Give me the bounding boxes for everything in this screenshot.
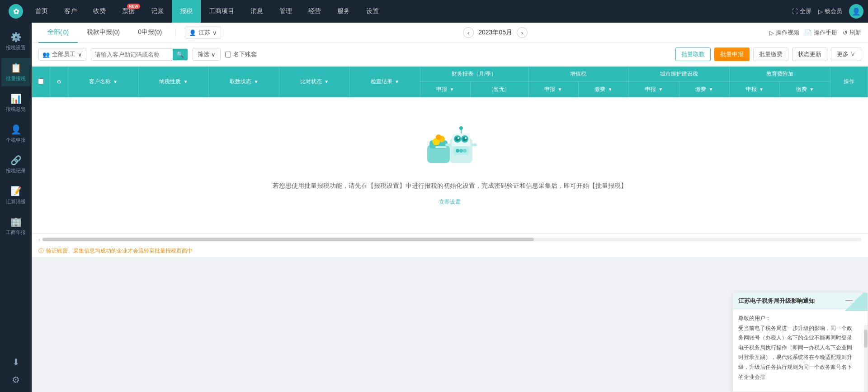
month-display: 2023年05月 <box>478 29 512 37</box>
tabs-bar: 全部(0) 税款申报(0) 0申报(0) 👤 江苏 ∨ ‹ 2023年05月 › <box>32 23 868 43</box>
search-input[interactable] <box>91 49 173 60</box>
th-financial-report: 财务报表（月/季） <box>420 67 528 82</box>
horizontal-scrollbar[interactable] <box>42 238 861 241</box>
nav-operate[interactable]: 经营 <box>300 0 329 23</box>
nav-invoice[interactable]: 票据 NEW <box>114 0 143 23</box>
region-selector[interactable]: 👤 江苏 ∨ <box>185 27 221 38</box>
th-vat-declare: 申报 ▼ <box>528 82 578 97</box>
chevron-down-icon: ∨ <box>211 51 216 58</box>
svg-rect-16 <box>445 143 451 146</box>
sidebar-item-annual-settle[interactable]: 📝 汇算清缴 <box>1 181 31 210</box>
th-financial-declare: 申报 ▼ <box>420 82 470 97</box>
sort-icon[interactable]: ▼ <box>658 87 663 92</box>
more-btn[interactable]: 更多 ∨ <box>831 48 861 61</box>
refresh-link[interactable]: ↺ 刷新 <box>843 29 861 37</box>
nav-customer[interactable]: 客户 <box>56 0 85 23</box>
toolbar: 👥 全部员工 ∨ 🔍 筛选 ∨ 名下账套 批量取数 批量申报 批量缴费 状态更新 <box>32 43 868 66</box>
th-edu-declare: 申报 ▼ <box>730 82 780 97</box>
empty-state-row: 若您想使用批量报税功能，请先在【报税设置】中进行报税的初始化设置，完成密码验证和… <box>32 97 868 234</box>
scroll-bar-area: ‹ <box>32 233 868 245</box>
sidebar-item-batch-tax[interactable]: 📋 批量报税 <box>1 58 31 86</box>
tax-settings-icon: ⚙️ <box>10 32 22 43</box>
month-navigation: ‹ 2023年05月 › <box>221 27 769 38</box>
member-btn[interactable]: ▷ 畅会员 <box>818 7 842 15</box>
th-settings: ⚙ <box>50 67 68 97</box>
nav-service[interactable]: 服务 <box>329 0 358 23</box>
data-table: ⚙ 客户名称 ▼ 纳税性质 ▼ 取数状态 <box>32 66 868 233</box>
nav-fee[interactable]: 收费 <box>85 0 114 23</box>
sort-icon[interactable]: ▼ <box>254 79 259 84</box>
fullscreen-btn[interactable]: ⛶ 全屏 <box>792 7 811 15</box>
chevron-down-icon: ∨ <box>212 29 217 36</box>
user-avatar[interactable]: 👤 <box>849 4 863 19</box>
sidebar-item-tax-settings[interactable]: ⚙️ 报税设置 <box>1 27 31 56</box>
region-icon: 👤 <box>189 29 196 36</box>
tax-overview-icon: 📊 <box>10 93 22 104</box>
svg-point-20 <box>459 149 463 153</box>
notification-content: 尊敬的用户： 受当前电子税务局进一步升级的影响，同一个政务网账号（办税人）名下的… <box>738 314 862 382</box>
sort-icon[interactable]: ▼ <box>608 87 613 92</box>
sort-icon[interactable]: ▼ <box>709 87 713 92</box>
settings-icon[interactable]: ⚙ <box>57 79 61 85</box>
sort-icon[interactable]: ▼ <box>113 79 118 84</box>
svg-rect-2 <box>435 146 447 148</box>
sort-icon[interactable]: ▼ <box>395 79 399 84</box>
sidebar-item-tax-overview[interactable]: 📊 报税总览 <box>1 89 31 117</box>
tab-zero-declare[interactable]: 0申报(0) <box>129 23 171 43</box>
notif-corner-decoration <box>840 293 868 311</box>
sidebar-item-tax-records[interactable]: 🔗 报税记录 <box>1 150 31 179</box>
svg-point-12 <box>458 137 459 139</box>
bottom-settings-icon[interactable]: ⚙ <box>12 374 20 385</box>
nav-settings[interactable]: 设置 <box>358 0 387 23</box>
svg-point-13 <box>465 137 467 139</box>
empty-text: 若您想使用批量报税功能，请先在【报税设置】中进行报税的初始化设置，完成密码验证和… <box>273 180 627 191</box>
sort-icon[interactable]: ▼ <box>809 87 814 92</box>
sort-icon[interactable]: ▼ <box>184 79 188 84</box>
warning-icon: ⓘ <box>38 247 44 255</box>
sort-icon[interactable]: ▼ <box>557 87 562 92</box>
account-checkbox[interactable] <box>225 52 231 57</box>
search-button[interactable]: 🔍 <box>173 49 188 60</box>
sort-icon[interactable]: ▼ <box>759 87 764 92</box>
chevron-down-icon: ∨ <box>850 51 855 57</box>
staff-selector[interactable]: 👥 全部员工 ∨ <box>38 48 86 61</box>
nav-home[interactable]: 首页 <box>27 0 56 23</box>
top-right-actions: ⛶ 全屏 ▷ 畅会员 👤 <box>792 4 863 19</box>
download-icon[interactable]: ⬇ <box>12 357 20 368</box>
select-all-checkbox[interactable] <box>38 78 44 84</box>
batch-pay-btn[interactable]: 批量缴费 <box>753 48 788 61</box>
operation-manual-link[interactable]: 📄 操作手册 <box>805 29 837 37</box>
nav-message[interactable]: 消息 <box>242 0 271 23</box>
annual-settle-icon: 📝 <box>10 186 22 196</box>
th-city-tax: 城市维护建设税 <box>629 67 730 82</box>
prev-month-btn[interactable]: ‹ <box>463 27 474 38</box>
th-operation: 操作 <box>830 67 868 97</box>
th-tax-type: 纳税性质 ▼ <box>138 67 209 97</box>
tab-all[interactable]: 全部(0) <box>38 23 78 43</box>
nav-business[interactable]: 工商项目 <box>201 0 242 23</box>
scroll-left-arrow[interactable]: ‹ <box>38 236 40 243</box>
notification-scrollbar[interactable] <box>864 325 868 392</box>
sidebar-item-personal-tax[interactable]: 👤 个税申报 <box>1 120 31 148</box>
status-update-btn[interactable]: 状态更新 <box>792 48 827 61</box>
table-container: ⚙ 客户名称 ▼ 纳税性质 ▼ 取数状态 <box>32 66 868 233</box>
nav-manage[interactable]: 管理 <box>271 0 300 23</box>
setup-link[interactable]: 立即设置 <box>439 198 461 206</box>
filter-button[interactable]: 筛选 ∨ <box>193 48 221 61</box>
video-icon: ▷ <box>769 29 774 36</box>
operation-video-link[interactable]: ▷ 操作视频 <box>769 29 799 37</box>
batch-fetch-btn[interactable]: 批量取数 <box>675 48 711 61</box>
sidebar-item-annual-report[interactable]: 🏢 工商年报 <box>1 212 31 240</box>
nav-menu: 首页 客户 收费 票据 NEW 记账 报税 工商项目 消息 管理 经营 服务 设… <box>27 0 792 23</box>
sort-icon[interactable]: ▼ <box>450 87 454 92</box>
annual-report-icon: 🏢 <box>10 216 22 227</box>
nav-tax[interactable]: 报税 <box>172 0 201 23</box>
batch-declare-btn[interactable]: 批量申报 <box>714 48 750 61</box>
nav-accounting[interactable]: 记账 <box>143 0 172 23</box>
th-compare-status: 比对状态 ▼ <box>279 67 350 97</box>
sort-icon[interactable]: ▼ <box>324 79 329 84</box>
tab-tax-declare[interactable]: 税款申报(0) <box>78 23 129 43</box>
app-logo[interactable]: ✿ <box>5 4 27 19</box>
staff-icon: 👥 <box>42 51 50 58</box>
next-month-btn[interactable]: › <box>517 27 528 38</box>
